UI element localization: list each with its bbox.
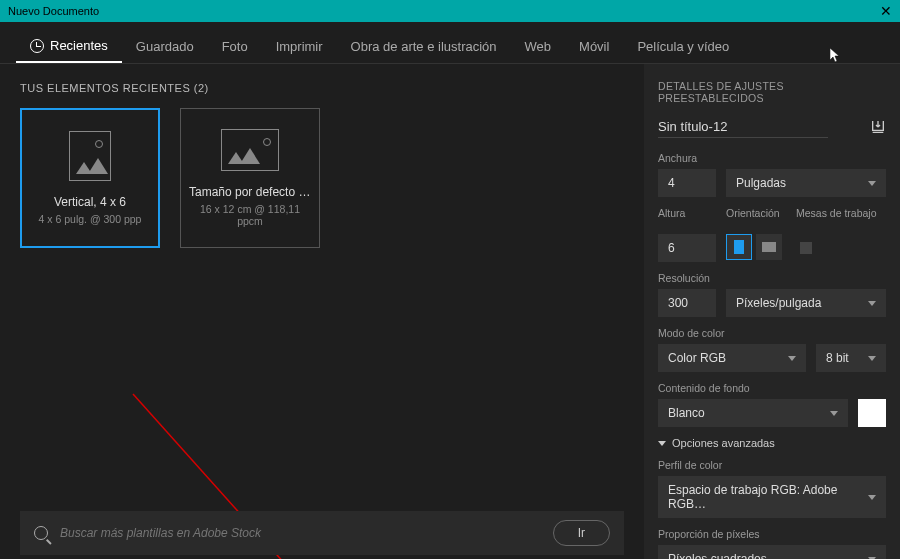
tab-film[interactable]: Película y vídeo [623,30,743,63]
tab-label: Obra de arte e ilustración [351,39,497,54]
tab-label: Imprimir [276,39,323,54]
page-icon [221,129,279,171]
height-input[interactable] [658,234,716,262]
details-panel: DETALLES DE AJUSTES PREESTABLECIDOS Anch… [644,64,900,559]
search-icon [34,526,48,540]
search-input[interactable] [60,526,541,540]
preset-title: Tamaño por defecto de Ph… [189,185,311,199]
artboards-checkbox[interactable] [800,242,812,254]
advanced-options-toggle[interactable]: Opciones avanzadas [658,437,886,449]
tab-art[interactable]: Obra de arte e ilustración [337,30,511,63]
preset-panel: TUS ELEMENTOS RECIENTES (2) Vertical, 4 … [0,64,644,559]
tab-label: Recientes [50,38,108,53]
chevron-down-icon [868,301,876,306]
select-value: Color RGB [668,351,726,365]
titlebar: Nuevo Documento ✕ [0,0,900,22]
select-value: Blanco [668,406,705,420]
select-value: 8 bit [826,351,849,365]
window-title: Nuevo Documento [8,5,99,17]
preset-card-vertical-4x6[interactable]: Vertical, 4 x 6 4 x 6 pulg. @ 300 ppp [20,108,160,248]
tab-label: Web [525,39,552,54]
tab-photo[interactable]: Foto [208,30,262,63]
width-input[interactable] [658,169,716,197]
select-value: Píxeles cuadrados [668,552,767,559]
page-icon [69,131,111,181]
chevron-down-icon [868,181,876,186]
preset-card-default-photoshop[interactable]: Tamaño por defecto de Ph… 16 x 12 cm @ 1… [180,108,320,248]
pixel-ratio-select[interactable]: Píxeles cuadrados [658,545,886,559]
tab-label: Foto [222,39,248,54]
select-value: Pulgadas [736,176,786,190]
width-label: Anchura [658,152,886,164]
tab-web[interactable]: Web [511,30,566,63]
artboards-label: Mesas de trabajo [796,207,877,219]
recents-heading: TUS ELEMENTOS RECIENTES (2) [20,82,624,94]
orientation-portrait-button[interactable] [726,234,752,260]
tab-label: Móvil [579,39,609,54]
color-mode-select[interactable]: Color RGB [658,344,806,372]
preset-subtitle: 16 x 12 cm @ 118,11 ppcm [189,203,311,227]
resolution-unit-select[interactable]: Píxeles/pulgada [726,289,886,317]
tab-label: Película y vídeo [637,39,729,54]
stock-search-bar: Ir [20,511,624,555]
tab-label: Guardado [136,39,194,54]
tab-saved[interactable]: Guardado [122,30,208,63]
advanced-label: Opciones avanzadas [672,437,775,449]
tab-recent[interactable]: Recientes [16,30,122,63]
preset-subtitle: 4 x 6 pulg. @ 300 ppp [39,213,142,225]
background-color-swatch[interactable] [858,399,886,427]
background-select[interactable]: Blanco [658,399,848,427]
unit-select[interactable]: Pulgadas [726,169,886,197]
orientation-landscape-button[interactable] [756,234,782,260]
tab-mobile[interactable]: Móvil [565,30,623,63]
color-profile-label: Perfil de color [658,459,886,471]
resolution-label: Resolución [658,272,886,284]
chevron-down-icon [658,441,666,446]
go-button[interactable]: Ir [553,520,610,546]
height-label: Altura [658,207,716,219]
select-value: Espacio de trabajo RGB: Adobe RGB… [668,483,868,511]
color-mode-label: Modo de color [658,327,886,339]
tab-print[interactable]: Imprimir [262,30,337,63]
save-preset-icon[interactable] [870,119,886,135]
close-icon[interactable]: ✕ [880,3,892,19]
preset-title: Vertical, 4 x 6 [30,195,150,209]
details-heading: DETALLES DE AJUSTES PREESTABLECIDOS [658,80,886,104]
document-title-input[interactable] [658,116,828,138]
color-profile-select[interactable]: Espacio de trabajo RGB: Adobe RGB… [658,476,886,518]
background-label: Contenido de fondo [658,382,886,394]
bit-depth-select[interactable]: 8 bit [816,344,886,372]
select-value: Píxeles/pulgada [736,296,821,310]
clock-icon [30,39,44,53]
chevron-down-icon [788,356,796,361]
resolution-input[interactable] [658,289,716,317]
chevron-down-icon [868,356,876,361]
chevron-down-icon [868,495,876,500]
orientation-label: Orientación [726,207,786,219]
pixel-ratio-label: Proporción de píxeles [658,528,886,540]
category-tabs: Recientes Guardado Foto Imprimir Obra de… [0,22,900,64]
chevron-down-icon [830,411,838,416]
